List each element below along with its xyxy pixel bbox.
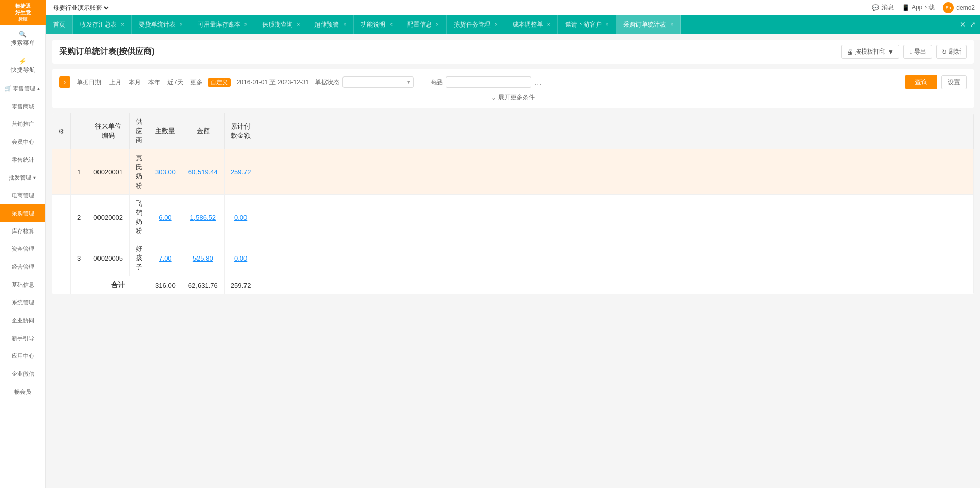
tab-chengben[interactable]: 成本调整单 × (505, 15, 558, 34)
query-button[interactable]: 查询 (905, 75, 937, 89)
tab-close-icon[interactable]: × (495, 22, 498, 28)
sidebar-item-newbie[interactable]: 新手引导 (0, 329, 45, 347)
date-btn-last-month[interactable]: 上月 (107, 77, 124, 88)
refresh-icon: ↻ (942, 48, 947, 56)
cell-paid[interactable]: 0.00 (224, 195, 257, 240)
sidebar-item-inventory[interactable]: 库存核算 (0, 222, 45, 240)
expand-filter-btn[interactable]: ⌄ 展开更多条件 (59, 93, 967, 102)
col-paid: 累计付款金额 (224, 113, 257, 149)
quick-nav-icon: ⚡ (19, 58, 27, 65)
settings-icon[interactable]: ⚙ (58, 127, 64, 135)
sidebar-item-member2[interactable]: 畅会员 (0, 383, 45, 401)
filter-toggle-btn[interactable]: › (59, 76, 70, 88)
table-head: ⚙ 往来单位编码 供应商 主数量 金额 累计付款金额 (52, 113, 974, 149)
sidebar-item-purchase[interactable]: 采购管理 (0, 204, 45, 222)
tab-baozhi[interactable]: 保质期查询 × (255, 15, 308, 34)
date-btn-more[interactable]: 更多 (188, 77, 205, 88)
refresh-button[interactable]: ↻ 刷新 (936, 45, 967, 59)
export-button[interactable]: ↓ 导出 (903, 45, 932, 59)
status-select[interactable] (342, 76, 414, 88)
sidebar-item-label: 采购管理 (12, 210, 34, 217)
cell-extra (257, 149, 974, 195)
tab-label: 要货单统计表 (139, 20, 176, 29)
sidebar-item-member[interactable]: 会员中心 (0, 133, 45, 151)
cell-paid[interactable]: 0.00 (224, 240, 257, 276)
cell-paid[interactable]: 259.72 (224, 149, 257, 195)
settings-button[interactable]: 设置 (941, 75, 967, 89)
cell-amount[interactable]: 1,586.52 (182, 195, 224, 240)
tab-chaochu[interactable]: 超储预警 × (307, 15, 354, 34)
sidebar-item-retail[interactable]: 🛒 零售管理 ▲ (0, 80, 45, 97)
sidebar-item-basic[interactable]: 基础信息 (0, 276, 45, 294)
tab-maximize-icon[interactable]: ⤢ (970, 20, 976, 29)
avatar: Ea (943, 2, 954, 13)
sidebar-item-label: 搜索菜单 (11, 39, 35, 47)
date-btn-7days[interactable]: 近7天 (165, 77, 185, 88)
tab-yaoqing[interactable]: 邀请下游客户 × (558, 15, 617, 34)
sidebar-item-wholesale[interactable]: 批发管理 ▼ (0, 169, 45, 187)
tab-close-icon[interactable]: × (297, 22, 300, 28)
cell-amount[interactable]: 60,519.44 (182, 149, 224, 195)
tab-label: 可用量库存账本 (198, 20, 240, 29)
cell-quantity[interactable]: 303.00 (149, 149, 182, 195)
data-table: ⚙ 往来单位编码 供应商 主数量 金额 累计付款金额 1 (52, 113, 974, 294)
app-logo: 畅捷通好生意标版 (0, 0, 46, 25)
message-btn[interactable]: 💬 消息 (872, 3, 894, 12)
footer-label: 合计 (87, 276, 149, 294)
tab-shoufa[interactable]: 收发存汇总表 × (73, 15, 132, 34)
tab-close-icon[interactable]: × (436, 22, 439, 28)
tab-yaohuodantongji[interactable]: 要货单统计表 × (132, 15, 190, 34)
cell-amount[interactable]: 525.80 (182, 240, 224, 276)
tab-close-icon[interactable]: × (606, 22, 609, 28)
print-button[interactable]: 🖨 按模板打印 ▼ (841, 45, 899, 59)
user-avatar-btn[interactable]: Ea demo2 (943, 2, 975, 13)
tab-label: 成本调整单 (512, 20, 543, 29)
date-btn-this-month[interactable]: 本月 (127, 77, 143, 88)
tab-label: 功能说明 (361, 20, 385, 29)
tab-close-icon[interactable]: × (389, 22, 393, 28)
date-btn-this-year[interactable]: 本年 (146, 77, 162, 88)
sidebar-item-quick-nav[interactable]: ⚡ 快捷导航 (0, 53, 45, 80)
date-filter-label: 单据日期 (77, 78, 101, 87)
workspace-select[interactable]: 母婴行业演示账套 (51, 4, 110, 12)
retail-icon: 🛒 (5, 85, 12, 92)
sidebar-item-ecommerce[interactable]: 电商管理 (0, 187, 45, 204)
content-area: 采购订单统计表(按供应商) 🖨 按模板打印 ▼ ↓ 导出 ↻ 刷新 (46, 34, 980, 488)
sidebar-item-finance[interactable]: 资金管理 (0, 240, 45, 258)
cell-quantity[interactable]: 7.00 (149, 240, 182, 276)
tab-keyongliang[interactable]: 可用量库存账本 × (190, 15, 255, 34)
more-options-icon[interactable]: … (534, 78, 542, 86)
tab-gongneng[interactable]: 功能说明 × (354, 15, 400, 34)
sidebar-item-enterprise-wechat[interactable]: 企业微信 (0, 365, 45, 383)
tab-close-icon[interactable]: × (244, 22, 248, 28)
sidebar-item-app-center[interactable]: 应用中心 (0, 347, 45, 365)
goods-label: 商品 (430, 78, 443, 87)
tab-label: 采购订单统计表 (623, 20, 666, 29)
app-download-label: App下载 (912, 3, 935, 12)
tab-label: 首页 (53, 20, 65, 29)
tab-peizhi[interactable]: 配置信息 × (400, 15, 447, 34)
col-supplier: 供应商 (130, 113, 149, 149)
tab-close-icon[interactable]: × (670, 22, 673, 28)
goods-input[interactable] (446, 76, 531, 88)
sidebar-item-operation[interactable]: 经营管理 (0, 258, 45, 276)
tab-banhuo[interactable]: 拣货任务管理 × (447, 15, 505, 34)
table-row: 1 00020001 惠氏奶粉 303.00 60,519.44 259.72 (52, 149, 974, 195)
tab-caigou[interactable]: 采购订单统计表 × (616, 15, 681, 34)
sidebar-item-label: 经营管理 (12, 263, 34, 271)
tab-home[interactable]: 首页 (46, 15, 73, 34)
sidebar-item-retail-mall[interactable]: 零售商城 (0, 97, 45, 115)
tab-close-icon[interactable]: × (547, 22, 550, 28)
tab-close-icon[interactable]: × (343, 22, 346, 28)
sidebar-item-enterprise[interactable]: 企业协同 (0, 312, 45, 329)
sidebar-item-marketing[interactable]: 营销推广 (0, 115, 45, 133)
sidebar-item-system[interactable]: 系统管理 (0, 294, 45, 312)
app-download-btn[interactable]: 📱 App下载 (902, 3, 935, 12)
sidebar-item-retail-stats[interactable]: 零售统计 (0, 151, 45, 169)
cell-quantity[interactable]: 6.00 (149, 195, 182, 240)
tab-close-icon[interactable]: × (121, 22, 124, 28)
tab-close-icon[interactable]: × (180, 22, 183, 28)
search-icon: 🔍 (19, 31, 27, 38)
sidebar-item-search[interactable]: 🔍 搜索菜单 (0, 25, 45, 53)
tab-close-all-icon[interactable]: ✕ (960, 20, 966, 29)
